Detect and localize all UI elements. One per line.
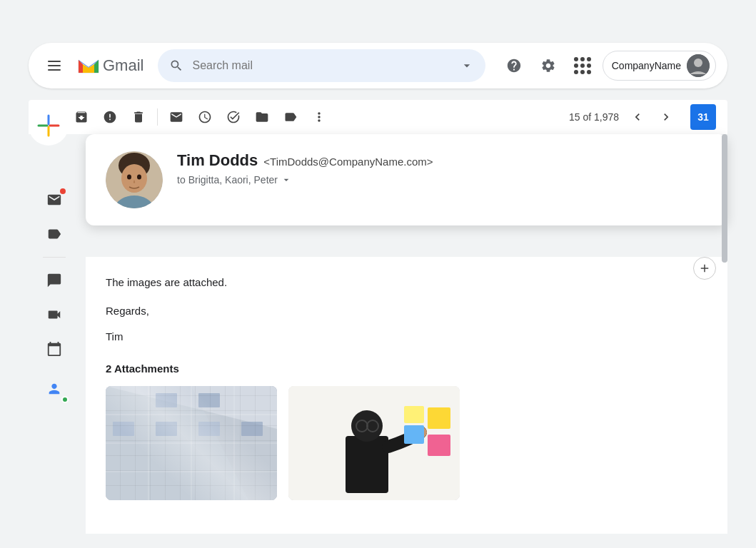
sidebar-item-video[interactable] xyxy=(40,300,69,329)
svg-rect-41 xyxy=(428,407,450,429)
search-input[interactable] xyxy=(192,59,450,72)
sidebar-item-meet[interactable] xyxy=(40,266,69,295)
svg-rect-27 xyxy=(156,393,177,407)
pagination-text: 15 of 1,978 xyxy=(569,111,619,123)
recipients-expand-icon[interactable] xyxy=(281,174,292,186)
svg-rect-32 xyxy=(241,422,263,436)
contacts-status-dot xyxy=(61,396,69,403)
gear-icon xyxy=(540,58,556,73)
video-sidebar-icon xyxy=(46,307,62,323)
calendar-badge: 31 xyxy=(690,104,716,130)
gmail-container: Gmail xyxy=(0,0,756,548)
sender-name: Tim Dodds xyxy=(177,151,258,170)
folder-icon xyxy=(255,110,269,124)
email-line-1: The images are attached. xyxy=(106,274,707,291)
svg-rect-30 xyxy=(156,422,177,436)
pagination-nav xyxy=(625,104,679,130)
m-logo-icon xyxy=(77,54,100,77)
menu-button[interactable] xyxy=(40,51,69,80)
to-label: to xyxy=(177,174,186,186)
archive-icon xyxy=(74,110,89,124)
svg-rect-19 xyxy=(106,386,277,500)
calendar-sidebar-icon xyxy=(46,341,62,357)
sender-avatar xyxy=(106,151,163,208)
delete-button[interactable] xyxy=(126,104,151,130)
email-toolbar: 15 of 1,978 31 xyxy=(29,100,727,134)
svg-rect-42 xyxy=(428,435,450,456)
back-icon xyxy=(46,110,60,124)
svg-rect-28 xyxy=(198,393,220,407)
attachment-1[interactable] xyxy=(106,386,277,500)
svg-rect-35 xyxy=(346,436,388,493)
svg-rect-20 xyxy=(106,386,277,500)
move-button[interactable] xyxy=(249,104,275,130)
mail-sidebar-icon xyxy=(46,192,62,208)
tasks-button[interactable] xyxy=(221,104,246,130)
person-sidebar-icon xyxy=(46,381,62,397)
search-icon xyxy=(169,59,183,73)
attachment-2[interactable] xyxy=(288,386,460,500)
help-icon xyxy=(506,58,522,73)
sidebar-item-contacts[interactable] xyxy=(40,375,69,403)
add-attachment-button[interactable] xyxy=(693,257,716,280)
svg-point-5 xyxy=(694,59,702,67)
sender-card: Tim Dodds <TimDodds@CompanyName.com> to … xyxy=(86,134,727,225)
avatar xyxy=(687,54,710,77)
email-body: The images are attached. Regards, Tim 2 … xyxy=(86,257,727,534)
plus-icon xyxy=(698,262,711,275)
chat-sidebar-icon xyxy=(46,273,62,288)
toolbar-pagination: 15 of 1,978 31 xyxy=(569,104,716,130)
back-button[interactable] xyxy=(40,104,66,130)
grid-dots-icon xyxy=(574,57,591,74)
attachments-header: 2 Attachments xyxy=(106,357,707,386)
task-icon xyxy=(226,110,241,124)
sender-to-row: to Brigitta, Kaori, Peter xyxy=(177,174,707,186)
header-bar: Gmail xyxy=(29,43,727,88)
chevron-left-icon xyxy=(630,110,645,124)
svg-point-17 xyxy=(127,175,131,180)
chevron-right-icon xyxy=(659,110,673,124)
attachment-1-image xyxy=(106,386,277,500)
mark-unread-button[interactable] xyxy=(163,104,189,130)
settings-button[interactable] xyxy=(534,51,563,80)
svg-rect-44 xyxy=(404,406,424,423)
gmail-logo: Gmail xyxy=(77,54,143,77)
label-button[interactable] xyxy=(278,104,303,130)
search-dropdown-icon[interactable] xyxy=(460,59,474,73)
mail-notification-dot xyxy=(60,188,66,194)
help-button[interactable] xyxy=(500,51,528,80)
spam-button[interactable] xyxy=(97,104,123,130)
gmail-label: Gmail xyxy=(103,56,143,75)
attachments-row xyxy=(106,386,707,500)
sidebar xyxy=(29,134,80,534)
search-bar[interactable] xyxy=(158,49,485,82)
apps-button[interactable] xyxy=(568,51,597,80)
attachments-label: 2 Attachments xyxy=(106,362,179,375)
header-right: CompanyName xyxy=(500,51,716,81)
sidebar-item-calendar[interactable] xyxy=(40,335,69,363)
mail-icon xyxy=(169,110,183,124)
clock-icon xyxy=(198,110,212,124)
email-scrollbar[interactable] xyxy=(722,134,727,263)
prev-email-button[interactable] xyxy=(625,104,650,130)
svg-rect-31 xyxy=(198,422,220,436)
warning-icon xyxy=(103,110,117,124)
sidebar-item-label[interactable] xyxy=(40,220,69,248)
attachment-2-image xyxy=(288,386,460,500)
account-button[interactable]: CompanyName xyxy=(603,51,716,81)
account-name-label: CompanyName xyxy=(612,60,681,71)
snooze-button[interactable] xyxy=(192,104,218,130)
label-icon xyxy=(283,110,298,124)
delete-icon xyxy=(131,110,146,124)
svg-rect-29 xyxy=(113,422,134,436)
svg-rect-43 xyxy=(404,425,424,444)
email-line-3: Tim xyxy=(106,328,707,345)
toolbar-icons xyxy=(40,104,332,130)
more-button[interactable] xyxy=(306,104,332,130)
next-email-button[interactable] xyxy=(653,104,679,130)
svg-point-18 xyxy=(137,175,141,180)
archive-button[interactable] xyxy=(69,104,94,130)
svg-marker-3 xyxy=(83,64,94,73)
sidebar-item-mail[interactable] xyxy=(40,186,69,214)
header-left: Gmail xyxy=(40,51,143,80)
